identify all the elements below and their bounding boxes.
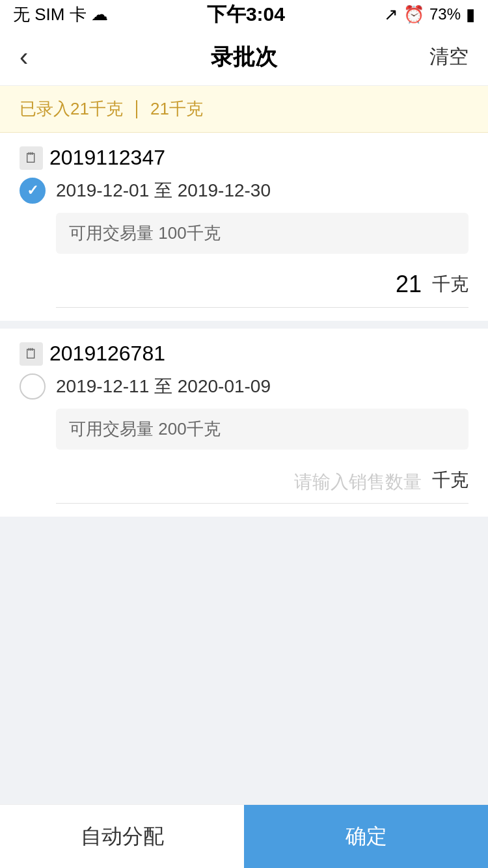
sim-status: 无 SIM 卡 ☁ <box>13 3 108 26</box>
batch-2-unit: 千克 <box>432 468 468 493</box>
status-left: 无 SIM 卡 ☁ <box>13 3 108 26</box>
summary-value: 21千克 <box>150 98 203 120</box>
batch-2-date: 2019-12-11 至 2020-01-09 <box>56 374 271 399</box>
alarm-icon: ⏰ <box>403 5 424 25</box>
battery-icon: ▮ <box>466 5 475 25</box>
batch-1-date: 2019-12-01 至 2019-12-30 <box>56 178 271 203</box>
doc-icon-2: 🗒 <box>20 342 43 366</box>
batch-item-1: 🗒 2019112347 2019-12-01 至 2019-12-30 可用交… <box>0 133 488 321</box>
batch-1-radio[interactable] <box>20 178 46 204</box>
page-title: 录批次 <box>211 42 277 72</box>
status-right: ↗ ⏰ 73% ▮ <box>384 5 475 25</box>
batch-2-radio[interactable] <box>20 373 46 400</box>
batch-2-header: 🗒 2019126781 <box>20 342 468 366</box>
content-area: 🗒 2019112347 2019-12-01 至 2019-12-30 可用交… <box>0 133 488 517</box>
battery-level: 73% <box>429 5 461 23</box>
nav-bar: ‹ 录批次 清空 <box>0 29 488 86</box>
batch-item-2: 🗒 2019126781 2019-12-11 至 2020-01-09 可用交… <box>0 321 488 517</box>
batch-2-available: 可用交易量 200千克 <box>56 409 468 450</box>
batch-1-available: 可用交易量 100千克 <box>56 213 468 254</box>
summary-recorded-label: 已录入21千克 <box>20 98 123 120</box>
confirm-button[interactable]: 确定 <box>244 805 488 868</box>
batch-2-input-row: 千克 <box>56 460 468 504</box>
batch-1-header: 🗒 2019112347 <box>20 146 468 170</box>
clear-button[interactable]: 清空 <box>429 44 468 70</box>
summary-divider <box>136 100 137 118</box>
batch-2-date-row: 2019-12-11 至 2020-01-09 <box>20 373 468 400</box>
doc-icon-1: 🗒 <box>20 146 43 170</box>
auto-distribute-button[interactable]: 自动分配 <box>0 805 244 868</box>
back-button[interactable]: ‹ <box>20 42 59 72</box>
status-time: 下午3:04 <box>207 1 285 28</box>
summary-bar: 已录入21千克 21千克 <box>0 86 488 133</box>
status-bar: 无 SIM 卡 ☁ 下午3:04 ↗ ⏰ 73% ▮ <box>0 0 488 29</box>
batch-1-unit: 千克 <box>432 272 468 297</box>
bottom-bar: 自动分配 确定 <box>0 804 488 868</box>
location-icon: ↗ <box>384 5 398 25</box>
batch-1-date-row: 2019-12-01 至 2019-12-30 <box>20 178 468 204</box>
batch-1-input-row: 千克 <box>56 264 468 308</box>
batch-2-qty-input[interactable] <box>129 467 422 494</box>
batch-2-id: 2019126781 <box>49 342 165 366</box>
batch-1-qty-input[interactable] <box>129 271 422 298</box>
batch-1-id: 2019112347 <box>49 146 165 170</box>
